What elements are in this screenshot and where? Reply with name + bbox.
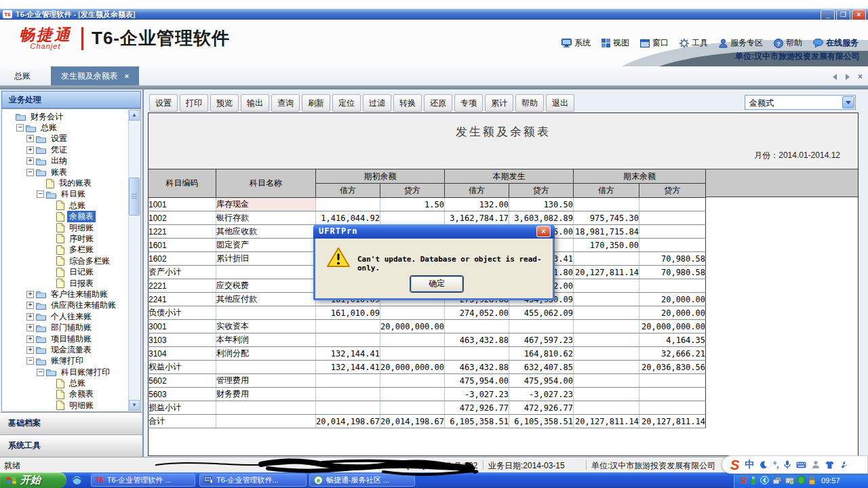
cell-amount[interactable]: 70,980.58	[639, 266, 706, 279]
tree-item-现金流量表[interactable]: +现金流量表	[2, 344, 140, 355]
cell-amount[interactable]: 170,350.00	[574, 239, 639, 252]
keyboard-icon[interactable]	[796, 462, 806, 468]
cell-amount[interactable]: 467,597.23	[509, 333, 574, 347]
cell-amount[interactable]: 130.50	[509, 198, 574, 211]
dialog-title-bar[interactable]: UFRTPrn	[313, 224, 555, 239]
cell-amount[interactable]: 463,432.88	[445, 361, 509, 374]
cell-amount[interactable]: -3,027.23	[509, 388, 574, 401]
expand-icon[interactable]: +	[26, 324, 34, 331]
expand-icon[interactable]: +	[26, 336, 34, 343]
cell-amount[interactable]: 32,666.21	[639, 347, 706, 361]
tree-scrollbar[interactable]: ▲ ▼	[128, 110, 140, 411]
cell-amount[interactable]: 3,603,082.89	[509, 211, 574, 225]
cell-amount[interactable]: 132,144.41	[316, 361, 380, 374]
cell-code[interactable]: 3001	[149, 320, 216, 333]
toolbar-button-还原[interactable]: 还原	[424, 94, 452, 112]
cell-amount[interactable]	[574, 293, 639, 306]
cell-amount[interactable]	[316, 374, 380, 388]
cell-amount[interactable]	[380, 211, 445, 225]
toolbar-button-输出[interactable]: 输出	[241, 94, 269, 112]
tree-item-总账[interactable]: 总账	[2, 200, 140, 211]
toolbar-button-转换[interactable]: 转换	[393, 94, 422, 112]
menu-item-帮助[interactable]: ?帮助	[774, 37, 802, 49]
punctuation-icon[interactable]: °,	[773, 460, 778, 470]
sogou-tray-icon[interactable]: S	[740, 474, 747, 486]
cell-name[interactable]: 其他应收款	[216, 225, 316, 239]
cell-amount[interactable]	[316, 388, 380, 401]
cell-amount[interactable]: 1.50	[380, 198, 445, 211]
shield-icon[interactable]	[797, 476, 805, 485]
cell-code[interactable]: 5603	[149, 388, 216, 401]
tree-item-账簿打印[interactable]: −账簿打印	[2, 356, 140, 367]
ok-button[interactable]: 确定	[410, 276, 463, 292]
cell-amount[interactable]: 20,000,000.00	[380, 320, 445, 333]
toolbar-button-查询[interactable]: 查询	[271, 94, 300, 112]
cell-amount[interactable]: 6,105,358.51	[509, 415, 574, 428]
collapse-icon[interactable]: −	[26, 357, 34, 365]
tree-item-序时账[interactable]: 序时账	[2, 233, 140, 244]
cell-name[interactable]: 实收资本	[216, 320, 316, 333]
cell-amount[interactable]	[574, 361, 639, 374]
cell-amount[interactable]: 463,432.88	[445, 333, 509, 347]
cell-code[interactable]: 5602	[149, 374, 216, 388]
cell-amount[interactable]: 20,000,000.00	[639, 320, 706, 333]
tab-close-icon[interactable]: ×	[125, 72, 129, 80]
expand-icon[interactable]: +	[26, 146, 34, 154]
lock-icon[interactable]	[808, 476, 816, 485]
collapse-icon[interactable]: −	[26, 169, 34, 176]
cell-amount[interactable]: 70,980.58	[639, 252, 706, 266]
cell-code[interactable]: 负债小计	[149, 306, 216, 320]
tree-item-明细账[interactable]: 明细账	[2, 400, 140, 411]
chevron-down-icon[interactable]	[842, 96, 854, 108]
cell-amount[interactable]: 475,954.00	[445, 374, 509, 388]
view-mode-combo[interactable]: 金额式	[745, 95, 856, 110]
cell-amount[interactable]	[639, 239, 706, 252]
cell-amount[interactable]: 632,407.85	[509, 361, 574, 374]
cell-amount[interactable]	[316, 333, 380, 347]
cell-amount[interactable]	[316, 401, 380, 415]
cell-amount[interactable]	[639, 388, 706, 401]
cell-amount[interactable]	[574, 252, 639, 266]
cell-name[interactable]: 库存现金	[216, 198, 316, 211]
cell-amount[interactable]: 1,416,044.92	[316, 211, 380, 225]
cell-name[interactable]	[216, 401, 316, 415]
menu-item-在线服务[interactable]: 在线服务	[813, 37, 859, 49]
tree-item-科目账簿打印[interactable]: −科目账簿打印	[2, 367, 140, 378]
cell-name[interactable]	[216, 306, 316, 320]
cell-name[interactable]: 管理费用	[216, 374, 316, 388]
cell-code[interactable]: 1601	[149, 239, 216, 252]
tree-item-客户往来辅助账[interactable]: +客户往来辅助账	[2, 289, 140, 300]
cell-amount[interactable]	[316, 198, 380, 211]
menu-item-系统[interactable]: 系统	[561, 37, 591, 49]
collapse-icon[interactable]: −	[37, 190, 44, 198]
menu-item-服务专区[interactable]: 服务专区	[719, 37, 763, 49]
cell-amount[interactable]: 4,164.35	[639, 333, 706, 347]
expand-icon[interactable]: +	[26, 291, 34, 298]
cell-amount[interactable]: 18,981,715.84	[574, 225, 639, 239]
cell-code[interactable]: 1602	[149, 252, 216, 266]
cell-name[interactable]	[216, 361, 316, 374]
sogou-logo-icon[interactable]: S	[730, 458, 739, 472]
cell-amount[interactable]: 455,062.09	[509, 306, 574, 320]
collapse-icon[interactable]: −	[16, 124, 24, 131]
tab-balance-report[interactable]: 发生额及余额表 ×	[51, 66, 139, 85]
tab-general-ledger[interactable]: 总账	[0, 66, 45, 85]
cell-amount[interactable]: 975,745.30	[574, 211, 639, 225]
cell-amount[interactable]: 161,010.09	[316, 306, 380, 320]
cell-amount[interactable]	[639, 211, 706, 225]
cell-amount[interactable]	[380, 333, 445, 347]
cell-amount[interactable]	[574, 388, 639, 401]
toolbar-button-退出[interactable]: 退出	[546, 94, 574, 112]
tree-item-科目账[interactable]: −科目账	[2, 189, 140, 200]
cell-amount[interactable]: 132,144.41	[316, 347, 380, 361]
tree-item-明细账[interactable]: 明细账	[2, 222, 140, 233]
cell-amount[interactable]	[639, 401, 706, 415]
tree-item-设置[interactable]: +设置	[2, 134, 140, 144]
sidebar-item-system-tools[interactable]: 系统工具	[0, 434, 142, 457]
cell-amount[interactable]	[509, 320, 574, 333]
scroll-thumb[interactable]	[129, 178, 140, 216]
toolbar-button-打印[interactable]: 打印	[180, 94, 208, 112]
cell-amount[interactable]	[316, 320, 380, 333]
tree-item-凭证[interactable]: +凭证	[2, 144, 140, 155]
wrench-icon[interactable]	[840, 461, 848, 469]
